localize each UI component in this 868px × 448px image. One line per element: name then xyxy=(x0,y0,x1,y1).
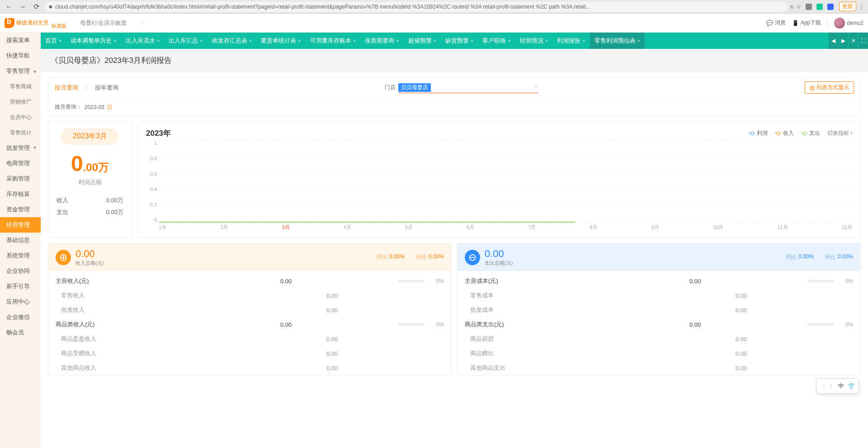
star-icon[interactable]: ☆ xyxy=(796,4,801,10)
sidebar-item-15[interactable]: 企业协同 xyxy=(0,263,41,279)
summary-amount: 0.00万 xyxy=(71,153,109,175)
app-download-button[interactable]: 📱App下载 xyxy=(792,19,821,27)
legend-profit[interactable]: 利润 xyxy=(749,129,768,137)
expense-sub: 支出总额(元) xyxy=(485,260,513,267)
tab-7[interactable]: 保质期查询× xyxy=(360,33,403,49)
close-icon[interactable]: × xyxy=(200,38,203,43)
url-bar[interactable]: ■cloud.chanjet.com/hsy/u40of74daqxh/fofe… xyxy=(44,2,788,12)
sidebar-item-1[interactable]: 快捷导航 xyxy=(0,48,41,63)
sidebar-item-2[interactable]: 零售管理▲ xyxy=(0,63,41,79)
close-icon[interactable]: × xyxy=(471,38,473,43)
close-icon[interactable]: × xyxy=(298,38,301,43)
reload-icon[interactable]: ⟳ xyxy=(31,2,42,11)
sidebar-item-16[interactable]: 新手引导 xyxy=(0,279,41,294)
fullscreen-icon[interactable]: ⛶ xyxy=(858,33,868,49)
tab-2[interactable]: 出入库流水× xyxy=(121,33,164,49)
sidebar-item-3[interactable]: 零售商城 xyxy=(0,79,41,94)
tab-close-all[interactable]: ✕ xyxy=(848,33,858,49)
sidebar-item-8[interactable]: 电商管理 xyxy=(0,156,41,171)
sidebar-item-11[interactable]: 资金管理 xyxy=(0,202,41,217)
tab-scroll-left[interactable]: ◀ xyxy=(828,33,838,49)
date-value[interactable]: 2023-03 xyxy=(85,104,104,110)
sidebar-item-6[interactable]: 零售统计 xyxy=(0,125,41,140)
sidebar-item-4[interactable]: 营销推广 xyxy=(0,94,41,110)
store-label: 门店 xyxy=(385,84,396,91)
sidebar-item-19[interactable]: 畅会员 xyxy=(0,325,41,340)
sidebar-item-9[interactable]: 采购管理 xyxy=(0,171,41,186)
legend-expense[interactable]: 支出 xyxy=(801,129,820,137)
url-text: cloud.chanjet.com/hsy/u40of74daqxh/fofe3… xyxy=(55,4,590,10)
switch-metric[interactable]: 切换指标 › xyxy=(827,129,852,137)
message-button[interactable]: 💬消息 xyxy=(766,19,786,27)
tab-10[interactable]: 客户联络× xyxy=(478,33,515,49)
close-icon[interactable]: × xyxy=(353,38,356,43)
back-icon[interactable]: ← xyxy=(4,3,14,11)
tab-4[interactable]: 收发存汇总表× xyxy=(208,33,256,49)
update-button[interactable]: 更新 xyxy=(839,2,856,11)
query-month-tab[interactable]: 按月查询 xyxy=(55,84,78,92)
tab-3[interactable]: 出入库汇总× xyxy=(164,33,207,49)
filter-panel: 按月查询 按年查询 门店 贝贝母婴店 ﹀ ▤列表方式显示 按月查询： 2023-… xyxy=(48,76,861,116)
expense-icon: ⊖ xyxy=(465,250,480,265)
close-icon[interactable]: × xyxy=(59,38,61,43)
sidebar-item-17[interactable]: 应用中心 xyxy=(0,294,41,310)
forward-icon[interactable]: → xyxy=(17,3,28,11)
data-row: 商品赠出0.00 xyxy=(465,346,853,361)
logo-icon xyxy=(5,18,14,28)
sidebar-item-13[interactable]: 基础信息 xyxy=(0,233,41,248)
tab-12[interactable]: 利润报告× xyxy=(552,33,590,49)
sidebar-item-18[interactable]: 企业微信 xyxy=(0,310,41,325)
close-icon[interactable]: × xyxy=(637,38,640,43)
phone-icon: 📱 xyxy=(792,20,799,26)
store-input[interactable]: 贝贝母婴店 ﹀ xyxy=(398,82,538,93)
sidebar-item-5[interactable]: 会员中心 xyxy=(0,110,41,125)
tab-5[interactable]: 要货单统计表× xyxy=(256,33,305,49)
share-icon[interactable]: ⎋ xyxy=(790,4,793,10)
legend-income[interactable]: 收入 xyxy=(775,129,794,137)
close-icon[interactable]: × xyxy=(508,38,510,43)
expand-icon: ▲ xyxy=(33,63,37,79)
data-row: 主营成本(元)0.000% xyxy=(465,274,853,288)
tab-0[interactable]: 首页× xyxy=(41,33,66,49)
tab-11[interactable]: 经营情况× xyxy=(515,33,552,49)
org-selector[interactable]: 母婴行业演示账套 ﹀ xyxy=(80,19,145,27)
sidebar-item-7[interactable]: 批发管理▼ xyxy=(0,140,41,156)
query-year-tab[interactable]: 按年查询 xyxy=(95,84,118,92)
tab-13[interactable]: 零售利润预估表× xyxy=(590,33,645,49)
sidebar-item-12[interactable]: 经营管理 xyxy=(0,217,41,233)
data-row: 零售成本0.00 xyxy=(465,288,853,303)
sidebar-item-14[interactable]: 系统管理 xyxy=(0,248,41,263)
menu-icon[interactable]: ⋮ xyxy=(859,4,864,10)
data-row: 商品类支出(元)0.000% xyxy=(465,317,853,332)
tab-8[interactable]: 超储预警× xyxy=(404,33,441,49)
list-icon: ▤ xyxy=(810,85,815,91)
sidebar-item-10[interactable]: 库存核算 xyxy=(0,186,41,202)
close-icon[interactable]: × xyxy=(113,38,116,43)
ext-icon-2[interactable] xyxy=(816,4,823,10)
language-fab[interactable]: ⋮⋮ 中 👕 xyxy=(816,378,859,394)
close-icon[interactable]: × xyxy=(545,38,548,43)
user-menu[interactable]: demo2 xyxy=(834,18,863,29)
close-icon[interactable]: × xyxy=(582,38,585,43)
ext-icon-1[interactable] xyxy=(806,4,812,10)
ext-icon-3[interactable] xyxy=(827,4,834,10)
tab-tools: ◀ ▶ ✕ ⛶ xyxy=(828,33,868,49)
close-icon[interactable]: × xyxy=(157,38,160,43)
logo[interactable]: 畅捷通好生意 标准版 xyxy=(5,16,66,29)
tab-1[interactable]: 成本调整单历史× xyxy=(66,33,121,49)
calendar-icon[interactable]: ☷ xyxy=(107,104,112,110)
list-mode-button[interactable]: ▤列表方式显示 xyxy=(805,81,854,94)
close-icon[interactable]: × xyxy=(396,38,399,43)
close-icon[interactable]: × xyxy=(249,38,252,43)
tab-scroll-right[interactable]: ▶ xyxy=(838,33,848,49)
income-amount: 0.00 xyxy=(75,248,104,260)
tab-6[interactable]: 可用量库存账本× xyxy=(306,33,360,49)
close-icon[interactable]: × xyxy=(434,38,436,43)
lang-label: 中 xyxy=(838,382,844,390)
lock-icon: ■ xyxy=(49,2,53,12)
summary-label: 利润总额 xyxy=(78,178,102,186)
sidebar-item-0[interactable]: 搜索菜单 xyxy=(0,33,41,48)
tab-9[interactable]: 缺货预警× xyxy=(441,33,478,49)
tab-bar: 首页×成本调整单历史×出入库流水×出入库汇总×收发存汇总表×要货单统计表×可用量… xyxy=(41,33,868,49)
summary-month: 2023年3月 xyxy=(61,128,119,145)
